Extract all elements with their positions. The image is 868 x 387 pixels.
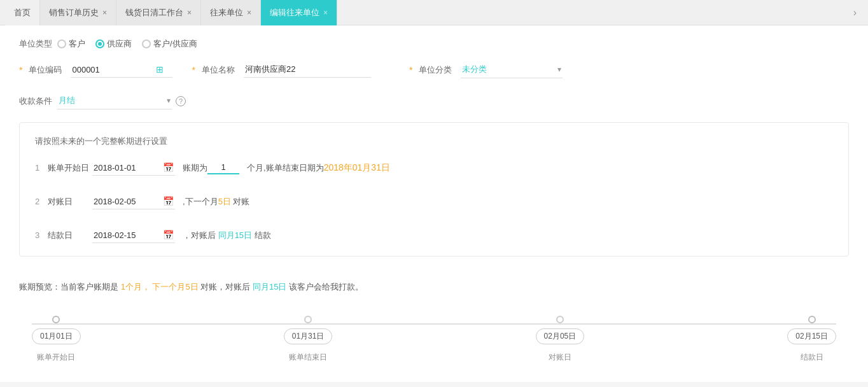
tab-partner-unit-close[interactable]: ×: [247, 8, 251, 17]
unit-code-copy-icon[interactable]: ⊞: [153, 64, 166, 74]
unit-code-input[interactable]: [71, 62, 153, 77]
setting-date-2-cal-icon[interactable]: 📅: [163, 196, 174, 206]
setting-date-3-cal-icon[interactable]: 📅: [163, 230, 174, 240]
unit-category-label: 单位分类: [419, 64, 452, 76]
timeline-point-1: 01月01日 账单开始日: [32, 316, 81, 363]
radio-customer[interactable]: 客户: [57, 38, 85, 50]
timeline-badge-4: 02月15日: [787, 328, 836, 344]
tab-sales-history-close[interactable]: ×: [102, 8, 107, 17]
timeline-dot-1: [52, 316, 60, 323]
payment-cond-label: 收款条件: [19, 95, 52, 107]
payment-cond-value: 月结: [59, 95, 164, 106]
tab-cash-work[interactable]: 钱货日清工作台 ×: [116, 0, 201, 25]
radio-customer-circle: [57, 39, 66, 48]
unit-category-field: * 单位分类 未分类 ▾: [409, 61, 563, 78]
tabs-bar: 首页 销售订单历史 × 钱货日清工作台 × 往来单位 × 编辑往来单位 × ›: [0, 0, 868, 25]
tab-sales-history[interactable]: 销售订单历史 ×: [40, 0, 116, 25]
setting-date-1-cal-icon[interactable]: 📅: [163, 162, 174, 172]
unit-code-input-group: ⊞: [71, 62, 172, 78]
tab-edit-partner-close[interactable]: ×: [323, 8, 328, 17]
tab-sales-history-label: 销售订单历史: [49, 7, 99, 18]
radio-supplier-label: 供应商: [107, 38, 132, 50]
setting-label-1: 账单开始日: [48, 162, 92, 174]
setting-label-2: 对账日: [48, 196, 92, 208]
timeline-dot-2: [304, 316, 312, 323]
radio-supplier-circle: [95, 39, 104, 48]
setting-date-3: 📅: [92, 227, 175, 243]
setting-date-3-input[interactable]: [94, 230, 163, 240]
radio-both-label: 客户/供应商: [153, 38, 197, 50]
radio-supplier[interactable]: 供应商: [95, 38, 132, 50]
setting-date-2-input[interactable]: [94, 197, 163, 206]
setting-desc-3: ，对账后 同月15日 结款: [183, 230, 271, 241]
payment-cond-arrow: ▾: [167, 96, 171, 105]
setting-date-2: 📅: [92, 194, 175, 209]
unit-code-star: *: [19, 65, 22, 75]
setting-period-unit: 个月,账单结束日期为: [247, 162, 324, 174]
setting-desc-1: 账期为: [183, 162, 207, 174]
setting-number-1: 1: [35, 163, 48, 172]
unit-category-star: *: [409, 65, 412, 75]
settings-title: 请按照未来的一个完整帐期进行设置: [35, 136, 833, 147]
period-value-input[interactable]: [207, 161, 239, 174]
setting-label-3: 结款日: [48, 230, 92, 241]
tab-edit-partner[interactable]: 编辑往来单位 ×: [261, 0, 337, 25]
unit-type-radio-group: 客户 供应商 客户/供应商: [57, 38, 197, 50]
preview-text-end: 该客户会给我打款。: [289, 282, 363, 292]
tab-home[interactable]: 首页: [5, 0, 40, 25]
payment-cond-help-icon[interactable]: ?: [176, 96, 186, 106]
tab-partner-unit[interactable]: 往来单位 ×: [201, 0, 261, 25]
tab-cash-work-close[interactable]: ×: [187, 8, 192, 17]
preview-period: 1个月，: [121, 282, 150, 292]
unit-name-input[interactable]: [244, 62, 371, 78]
timeline-badge-1: 01月01日: [32, 328, 81, 344]
setting-row-2: 2 对账日 📅 ,下一个月5日 对账: [35, 194, 833, 209]
timeline-point-4: 02月15日 结款日: [787, 316, 836, 363]
timeline-badge-2: 01月31日: [284, 328, 333, 344]
radio-both-circle: [142, 39, 151, 48]
unit-category-arrow: ▾: [557, 65, 561, 74]
setting-date-1: 📅: [92, 160, 175, 176]
tab-partner-unit-label: 往来单位: [210, 7, 243, 18]
payment-cond-select[interactable]: 月结 ▾: [57, 92, 172, 109]
timeline-dot-4: [808, 316, 816, 323]
preview-next-date: 下一个月5日: [152, 282, 198, 292]
timeline-label-1: 账单开始日: [37, 352, 75, 363]
unit-fields-row: * 单位编码 ⊞ * 单位名称 * 单位分类 未分类 ▾: [19, 61, 849, 78]
timeline-dot-3: [556, 316, 564, 323]
timeline-label-2: 账单结束日: [289, 352, 327, 363]
timeline-container: 01月01日 账单开始日 01月31日 账单结束日 02月05日 对账日 02月…: [19, 309, 849, 369]
setting-number-2: 2: [35, 197, 48, 206]
timeline-point-2: 01月31日 账单结束日: [284, 316, 333, 363]
unit-code-field: * 单位编码 ⊞: [19, 62, 172, 78]
tab-cash-work-label: 钱货日清工作台: [125, 7, 183, 18]
setting-row-1: 1 账单开始日 📅 账期为 个月,账单结束日期为 2018年01月31日: [35, 160, 833, 176]
period-end-date: 2018年01月31日: [324, 162, 390, 174]
timeline-label-4: 结款日: [801, 352, 823, 363]
radio-both[interactable]: 客户/供应商: [142, 38, 197, 50]
setting-row-3: 3 结款日 📅 ，对账后 同月15日 结款: [35, 227, 833, 243]
radio-customer-label: 客户: [69, 38, 85, 50]
unit-name-label: 单位名称: [202, 64, 235, 76]
unit-type-row: 单位类型 客户 供应商 客户/供应商: [19, 38, 849, 50]
tab-more-arrow[interactable]: ›: [847, 7, 863, 18]
timeline-badge-3: 02月05日: [536, 328, 585, 344]
unit-type-label: 单位类型: [19, 38, 52, 50]
settings-box: 请按照未来的一个完整帐期进行设置 1 账单开始日 📅 账期为 个月,账单结束日期…: [19, 122, 849, 257]
tab-edit-partner-label: 编辑往来单位: [270, 7, 319, 18]
unit-code-label: 单位编码: [29, 64, 62, 76]
timeline-label-3: 对账日: [549, 352, 571, 363]
unit-name-star: *: [192, 65, 195, 75]
preview-payment-date: 同月15日: [253, 282, 286, 292]
unit-category-value: 未分类: [462, 64, 555, 75]
timeline-points: 01月01日 账单开始日 01月31日 账单结束日 02月05日 对账日 02月…: [32, 316, 836, 363]
tab-home-label: 首页: [14, 7, 31, 18]
page-content: 单位类型 客户 供应商 客户/供应商 * 单位编码 ⊞: [0, 25, 868, 382]
setting-date-1-input[interactable]: [94, 163, 163, 172]
timeline-point-3: 02月05日 对账日: [536, 316, 585, 363]
setting-desc-2: ,下一个月5日 对账: [183, 196, 249, 208]
preview-section: 账期预览：当前客户账期是 1个月， 下一个月5日 对账，对账后 同月15日 该客…: [19, 269, 849, 369]
unit-category-select[interactable]: 未分类 ▾: [461, 61, 563, 78]
unit-name-field: * 单位名称: [192, 62, 370, 78]
preview-text-middle: 对账，对账后: [200, 282, 253, 292]
